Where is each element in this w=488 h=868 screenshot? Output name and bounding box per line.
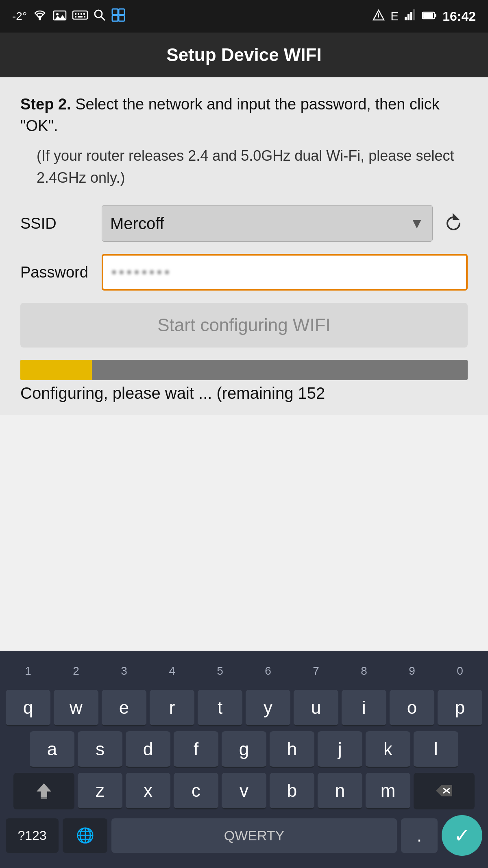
step-instructions: Select the network and input the passwor… bbox=[20, 96, 440, 134]
progress-text: Configuring, please wait ... (remaining … bbox=[20, 384, 468, 402]
key-6[interactable]: 6 bbox=[246, 656, 290, 686]
carrier-e: E bbox=[390, 9, 399, 23]
svg-rect-21 bbox=[410, 12, 412, 20]
keyboard-number-row: 1 2 3 4 5 6 7 8 9 0 bbox=[0, 651, 488, 687]
status-left: -2° bbox=[12, 8, 125, 25]
status-right: E 16:42 bbox=[373, 9, 476, 24]
key-y[interactable]: y bbox=[246, 690, 290, 726]
step-description: Step 2. Select the network and input the… bbox=[20, 94, 468, 137]
gallery-icon bbox=[53, 9, 67, 24]
key-w[interactable]: w bbox=[54, 690, 98, 726]
progress-bar-background bbox=[20, 360, 468, 380]
status-bar: -2° E 1 bbox=[0, 0, 488, 33]
search-icon bbox=[94, 9, 106, 24]
battery-icon bbox=[422, 10, 437, 23]
svg-rect-20 bbox=[407, 14, 410, 20]
key-n[interactable]: n bbox=[318, 773, 362, 809]
svg-rect-7 bbox=[83, 13, 85, 15]
key-9[interactable]: 9 bbox=[390, 656, 434, 686]
key-d[interactable]: d bbox=[126, 731, 170, 768]
key-l[interactable]: l bbox=[414, 731, 458, 768]
key-u[interactable]: u bbox=[294, 690, 338, 726]
password-row: Password •••••••• bbox=[20, 254, 468, 291]
clock: 16:42 bbox=[442, 9, 476, 24]
svg-rect-22 bbox=[413, 9, 415, 20]
wifi-icon bbox=[33, 9, 47, 24]
svg-rect-3 bbox=[73, 11, 87, 19]
svg-rect-5 bbox=[78, 13, 79, 15]
key-2[interactable]: 2 bbox=[54, 656, 98, 686]
key-7[interactable]: 7 bbox=[294, 656, 338, 686]
backspace-key[interactable] bbox=[414, 773, 475, 809]
svg-rect-6 bbox=[81, 13, 82, 15]
svg-rect-25 bbox=[423, 13, 433, 18]
keyboard-row-3: z x c v b n m bbox=[0, 770, 488, 812]
key-v[interactable]: v bbox=[222, 773, 266, 809]
svg-rect-9 bbox=[78, 16, 83, 17]
key-3[interactable]: 3 bbox=[102, 656, 146, 686]
globe-key[interactable]: 🌐 bbox=[63, 818, 107, 853]
svg-rect-16 bbox=[119, 15, 124, 21]
start-configure-button[interactable]: Start configuring WIFI bbox=[20, 303, 468, 348]
svg-rect-10 bbox=[84, 16, 85, 17]
ssid-value: Mercoff bbox=[110, 214, 164, 233]
svg-rect-14 bbox=[119, 9, 124, 15]
period-key[interactable]: . bbox=[401, 818, 438, 853]
svg-rect-4 bbox=[75, 13, 76, 15]
key-k[interactable]: k bbox=[366, 731, 410, 768]
key-x[interactable]: x bbox=[126, 773, 170, 809]
svg-rect-8 bbox=[75, 16, 76, 17]
signal-icon bbox=[373, 9, 385, 24]
key-r[interactable]: r bbox=[150, 690, 194, 726]
password-input[interactable]: •••••••• bbox=[102, 254, 468, 291]
keyboard-row-1: q w e r t y u i o p bbox=[0, 687, 488, 729]
key-a[interactable]: a bbox=[30, 731, 74, 768]
svg-line-12 bbox=[101, 17, 105, 20]
key-g[interactable]: g bbox=[222, 731, 266, 768]
key-0[interactable]: 0 bbox=[438, 656, 482, 686]
key-1[interactable]: 1 bbox=[6, 656, 50, 686]
svg-rect-13 bbox=[112, 9, 118, 15]
key-q[interactable]: q bbox=[6, 690, 50, 726]
enter-check-key[interactable]: ✓ bbox=[442, 815, 482, 856]
key-e[interactable]: e bbox=[102, 690, 146, 726]
key-t[interactable]: t bbox=[198, 690, 242, 726]
shift-key[interactable] bbox=[13, 773, 74, 809]
symbols-key[interactable]: ?123 bbox=[6, 818, 59, 853]
router-note: (If your router releases 2.4 and 5.0GHz … bbox=[37, 145, 468, 189]
ssid-row: SSID Mercoff ▼ bbox=[20, 205, 468, 242]
key-h[interactable]: h bbox=[270, 731, 314, 768]
keyboard: 1 2 3 4 5 6 7 8 9 0 q w e r t y u i o p … bbox=[0, 651, 488, 868]
key-5[interactable]: 5 bbox=[198, 656, 242, 686]
svg-rect-24 bbox=[435, 14, 436, 17]
space-key[interactable]: QWERTY bbox=[111, 818, 397, 853]
progress-container: Configuring, please wait ... (remaining … bbox=[20, 360, 468, 402]
key-j[interactable]: j bbox=[318, 731, 362, 768]
app-icon bbox=[111, 8, 125, 25]
page-title: Setup Device WIFI bbox=[166, 45, 321, 65]
ssid-dropdown[interactable]: Mercoff ▼ bbox=[102, 205, 433, 242]
key-s[interactable]: s bbox=[78, 731, 122, 768]
key-m[interactable]: m bbox=[366, 773, 410, 809]
key-p[interactable]: p bbox=[438, 690, 482, 726]
svg-point-11 bbox=[95, 10, 102, 17]
svg-marker-26 bbox=[453, 215, 458, 219]
key-c[interactable]: c bbox=[174, 773, 218, 809]
key-8[interactable]: 8 bbox=[342, 656, 386, 686]
refresh-button[interactable] bbox=[439, 209, 468, 238]
key-b[interactable]: b bbox=[270, 773, 314, 809]
key-i[interactable]: i bbox=[342, 690, 386, 726]
password-label: Password bbox=[20, 264, 102, 281]
svg-point-0 bbox=[39, 18, 41, 20]
key-f[interactable]: f bbox=[174, 731, 218, 768]
step-label: Step 2. bbox=[20, 96, 71, 113]
password-value: •••••••• bbox=[111, 264, 172, 281]
signal-bars bbox=[404, 9, 416, 24]
temperature: -2° bbox=[12, 10, 27, 23]
key-4[interactable]: 4 bbox=[150, 656, 194, 686]
key-z[interactable]: z bbox=[78, 773, 122, 809]
progress-bar-fill bbox=[20, 360, 92, 380]
keyboard-bottom-row: ?123 🌐 QWERTY . ✓ bbox=[0, 812, 488, 868]
key-o[interactable]: o bbox=[390, 690, 434, 726]
svg-marker-27 bbox=[37, 783, 51, 797]
